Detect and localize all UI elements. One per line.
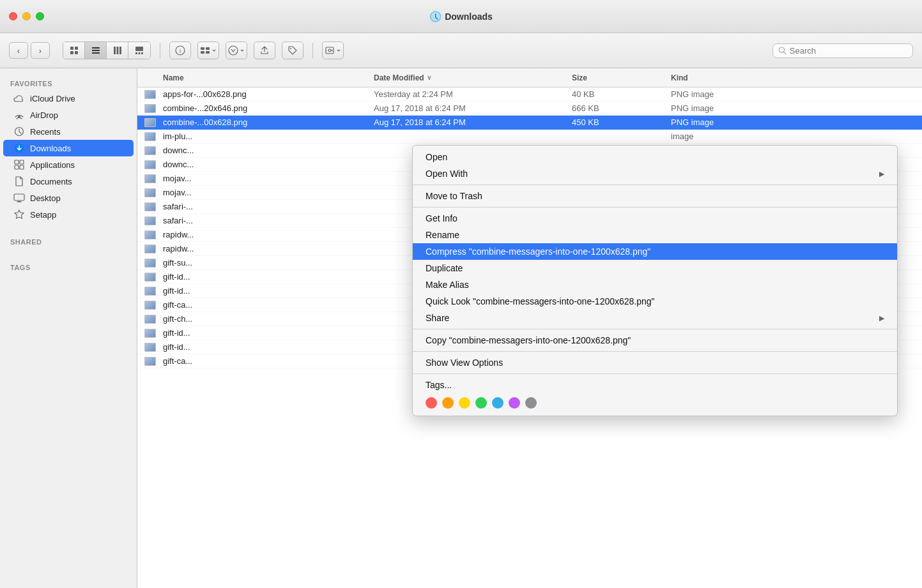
ctx-item-label: Make Alias [426, 280, 469, 290]
group-button[interactable] [197, 41, 219, 59]
tag-color-dot[interactable] [459, 397, 470, 409]
sidebar-item-label: Documents [30, 177, 72, 186]
svg-rect-9 [114, 47, 116, 54]
icon-view-button[interactable] [63, 42, 85, 59]
sidebar-item-label: Downloads [30, 144, 71, 153]
context-menu-item-tags[interactable]: Tags... [413, 377, 897, 393]
sidebar-item-desktop[interactable]: Desktop [3, 190, 134, 206]
context-menu-item-open-with[interactable]: Open With▶ [413, 165, 897, 182]
svg-rect-18 [201, 47, 204, 50]
downloads-icon [13, 142, 25, 154]
tag-color-dot[interactable] [509, 397, 520, 409]
context-menu-separator [413, 373, 897, 374]
ctx-item-label: Open With [426, 169, 468, 179]
svg-rect-12 [135, 47, 143, 51]
context-menu-item-make-alias[interactable]: Make Alias [413, 276, 897, 293]
svg-rect-7 [92, 50, 100, 51]
svg-point-25 [328, 49, 331, 52]
context-menu-item-share[interactable]: Share▶ [413, 310, 897, 326]
context-menu-item-open[interactable]: Open [413, 149, 897, 165]
sidebar-item-documents[interactable]: Documents [3, 173, 134, 190]
context-menu-tags-row [413, 393, 897, 412]
sidebar-item-label: AirDrop [30, 110, 58, 120]
sidebar-item-label: iCloud Drive [30, 94, 75, 103]
close-button[interactable] [9, 12, 17, 20]
svg-rect-33 [20, 160, 24, 164]
context-menu-separator [413, 207, 897, 207]
airdrop-icon [13, 109, 25, 121]
svg-rect-36 [14, 194, 24, 200]
back-button[interactable]: ‹ [9, 42, 28, 59]
ctx-item-label: Move to Trash [426, 191, 482, 201]
tag-color-dot[interactable] [492, 397, 503, 409]
title-bar: Downloads [0, 0, 922, 33]
search-icon [778, 46, 787, 55]
svg-line-28 [784, 52, 786, 54]
documents-icon [13, 176, 25, 187]
svg-rect-15 [141, 52, 143, 54]
sidebar-item-icloud-drive[interactable]: iCloud Drive [3, 90, 134, 107]
context-menu-item-show-view-options[interactable]: Show View Options [413, 354, 897, 371]
tag-color-dot[interactable] [442, 397, 454, 409]
sidebar-item-recents[interactable]: Recents [3, 123, 134, 140]
svg-text:i: i [180, 48, 181, 54]
sidebar-item-downloads[interactable]: Downloads [3, 140, 134, 156]
svg-rect-8 [92, 52, 100, 54]
action-button[interactable] [226, 41, 247, 59]
window-title: Downloads [429, 11, 493, 22]
ctx-item-label: Quick Look "combine-messagers-into-one-1… [426, 296, 655, 306]
svg-rect-6 [92, 47, 100, 49]
svg-rect-35 [20, 165, 24, 169]
gallery-view-button[interactable] [128, 42, 150, 59]
ctx-item-label: Get Info [426, 213, 457, 223]
svg-rect-19 [206, 47, 210, 50]
context-menu-item-rename[interactable]: Rename [413, 227, 897, 243]
share-button[interactable] [254, 41, 275, 59]
list-view-button[interactable] [85, 42, 107, 59]
favorites-section-label: Favorites [0, 75, 137, 90]
sidebar-item-airdrop[interactable]: AirDrop [3, 107, 134, 123]
toolbar: ‹ › i [0, 33, 922, 68]
sidebar-item-applications[interactable]: Applications [3, 156, 134, 173]
column-view-button[interactable] [107, 42, 128, 59]
search-box[interactable] [772, 43, 913, 58]
svg-point-23 [290, 48, 291, 49]
context-menu-item-compress[interactable]: Compress "combine-messagers-into-one-120… [413, 243, 897, 260]
ctx-submenu-arrow: ▶ [879, 170, 884, 178]
context-menu-item-get-info[interactable]: Get Info [413, 210, 897, 227]
svg-rect-21 [206, 51, 210, 54]
tag-button[interactable] [282, 41, 303, 59]
maximize-button[interactable] [36, 12, 44, 20]
ctx-item-label: Share [426, 313, 449, 323]
context-menu-item-duplicate[interactable]: Duplicate [413, 260, 897, 276]
context-menu-overlay[interactable]: OpenOpen With▶Move to TrashGet InfoRenam… [137, 68, 922, 588]
context-menu-item-copy[interactable]: Copy "combine-messagers-into-one-1200x62… [413, 332, 897, 349]
context-menu-item-quick-look[interactable]: Quick Look "combine-messagers-into-one-1… [413, 293, 897, 310]
sidebar-item-label: Desktop [30, 193, 61, 203]
sidebar-item-label: Recents [30, 127, 61, 137]
info-button[interactable]: i [169, 41, 191, 59]
svg-rect-3 [75, 47, 78, 50]
svg-rect-5 [75, 51, 78, 54]
svg-rect-11 [119, 47, 121, 54]
tag-color-dot[interactable] [426, 397, 437, 409]
ctx-item-label: Duplicate [426, 263, 463, 273]
main-layout: Favorites iCloud Drive AirDrop Recents D… [0, 68, 922, 588]
applications-icon [13, 159, 25, 170]
svg-rect-10 [116, 47, 118, 54]
forward-button[interactable]: › [31, 42, 50, 59]
context-menu-item-move-to-trash[interactable]: Move to Trash [413, 188, 897, 204]
tag-color-dot[interactable] [525, 397, 537, 409]
context-menu: OpenOpen With▶Move to TrashGet InfoRenam… [412, 145, 898, 416]
vault-button[interactable] [322, 41, 344, 59]
search-input[interactable] [790, 46, 907, 56]
tag-color-dot[interactable] [475, 397, 487, 409]
nav-buttons: ‹ › [9, 42, 50, 59]
traffic-lights [9, 12, 44, 20]
sidebar-item-setapp[interactable]: Setapp [3, 206, 134, 223]
recents-icon [13, 126, 25, 137]
svg-point-22 [229, 46, 238, 55]
sidebar-item-label: Applications [30, 160, 75, 170]
minimize-button[interactable] [22, 12, 31, 20]
ctx-item-label: Tags... [426, 380, 452, 390]
